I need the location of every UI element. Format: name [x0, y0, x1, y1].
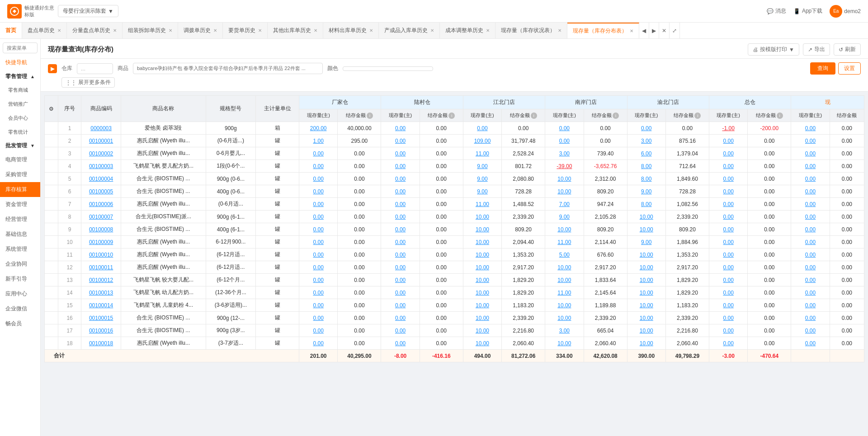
- table-cell[interactable]: 200.00: [299, 122, 338, 135]
- table-cell[interactable]: 10.00: [463, 299, 501, 312]
- sidebar-item-enterprise-wechat[interactable]: 企业微信: [0, 301, 40, 316]
- sidebar-item-operations[interactable]: 经营管理: [0, 212, 40, 227]
- table-cell[interactable]: 00100014: [81, 299, 121, 312]
- tab-partial-inventory-history[interactable]: 分量盘点单历史 ✕: [67, 23, 123, 38]
- tab-close-icon[interactable]: ✕: [213, 28, 217, 33]
- table-cell[interactable]: 0.00: [709, 274, 748, 286]
- table-cell[interactable]: 10.00: [545, 173, 584, 185]
- more-conditions-btn[interactable]: ⋮⋮ 展开更多条件: [61, 77, 115, 88]
- table-cell[interactable]: 0.00: [709, 337, 748, 350]
- table-cell[interactable]: 0.00: [299, 299, 338, 312]
- table-cell[interactable]: 00100016: [81, 324, 121, 337]
- user-avatar-area[interactable]: Ea demo2: [830, 5, 861, 18]
- table-cell[interactable]: 8.00: [627, 160, 665, 173]
- tab-close-icon[interactable]: ✕: [430, 28, 434, 33]
- tab-cost-adjustment-history[interactable]: 成本调整单历史 ✕: [440, 23, 495, 38]
- tab-transfer-history[interactable]: 调拨单历史 ✕: [178, 23, 223, 38]
- tab-other-outbound-history[interactable]: 其他出库单历史 ✕: [268, 23, 323, 38]
- tab-assembly-history[interactable]: 组装拆卸单历史 ✕: [123, 23, 178, 38]
- table-cell[interactable]: 0.00: [299, 312, 338, 324]
- table-cell[interactable]: 10.00: [627, 211, 665, 223]
- table-cell[interactable]: 109.00: [463, 135, 501, 147]
- table-cell[interactable]: 9.00: [463, 185, 501, 198]
- table-cell[interactable]: 10.00: [627, 248, 665, 261]
- sidebar-item-wholesale-mgmt[interactable]: 批发管理 ▼: [0, 139, 40, 152]
- table-cell[interactable]: 0.00: [381, 236, 420, 248]
- table-cell[interactable]: 0.00: [381, 173, 420, 185]
- table-cell[interactable]: 10.00: [627, 274, 665, 286]
- table-cell[interactable]: 0.00: [709, 312, 748, 324]
- table-cell[interactable]: 0.00: [709, 147, 748, 160]
- table-cell[interactable]: 0000003: [81, 122, 121, 135]
- table-cell[interactable]: 9.00: [463, 160, 501, 173]
- tab-material-outbound-history[interactable]: 材料出库单历史 ✕: [323, 23, 379, 38]
- table-cell[interactable]: 00100013: [81, 286, 121, 299]
- table-cell[interactable]: 10.00: [627, 312, 665, 324]
- table-cell[interactable]: 0.00: [299, 324, 338, 337]
- table-cell[interactable]: 6.00: [627, 147, 665, 160]
- sidebar-item-members[interactable]: 会员中心: [0, 111, 40, 125]
- table-cell[interactable]: 10.00: [545, 223, 584, 236]
- table-cell[interactable]: 00100006: [81, 198, 121, 211]
- table-cell[interactable]: 0.00: [709, 236, 748, 248]
- table-cell[interactable]: 0.00: [709, 173, 748, 185]
- table-cell[interactable]: 00100018: [81, 337, 121, 350]
- sidebar-item-inventory[interactable]: 库存核算: [0, 182, 40, 197]
- sidebar-search-input[interactable]: [3, 42, 38, 53]
- sidebar-item-enterprise[interactable]: 企业协同: [0, 257, 40, 272]
- table-cell[interactable]: 0.00: [381, 211, 420, 223]
- tab-stock-distribution[interactable]: 现存量（库存分布表） ✕: [567, 23, 639, 38]
- table-cell[interactable]: 10.00: [463, 337, 501, 350]
- table-cell[interactable]: 10.00: [463, 312, 501, 324]
- table-cell[interactable]: 0.00: [381, 312, 420, 324]
- table-cell[interactable]: 0.00: [381, 286, 420, 299]
- table-cell[interactable]: 00100002: [81, 147, 121, 160]
- expand-filter-btn[interactable]: ▶: [48, 64, 57, 73]
- tab-close-icon[interactable]: ✕: [369, 28, 373, 33]
- table-cell[interactable]: 0.00: [299, 211, 338, 223]
- tab-close-icon[interactable]: ✕: [630, 28, 633, 33]
- table-cell[interactable]: 10.00: [463, 274, 501, 286]
- tab-close-icon[interactable]: ✕: [258, 28, 262, 33]
- table-cell[interactable]: 0.00: [709, 211, 748, 223]
- query-button[interactable]: 查询: [810, 62, 835, 75]
- table-cell[interactable]: 10.00: [545, 261, 584, 274]
- table-cell[interactable]: 0.00: [381, 299, 420, 312]
- table-cell[interactable]: 10.00: [545, 299, 584, 312]
- table-cell[interactable]: 10.00: [545, 185, 584, 198]
- table-cell[interactable]: 0.00: [299, 236, 338, 248]
- table-cell[interactable]: 0.00: [299, 248, 338, 261]
- quick-nav-btn[interactable]: 快捷导航: [0, 57, 40, 68]
- table-cell[interactable]: 0.00: [381, 122, 420, 135]
- table-cell[interactable]: 10.00: [627, 223, 665, 236]
- table-cell[interactable]: 00100009: [81, 236, 121, 248]
- table-cell[interactable]: 10.00: [463, 324, 501, 337]
- message-btn[interactable]: 💬 消息: [767, 7, 786, 15]
- table-cell[interactable]: 3.00: [627, 135, 665, 147]
- tab-requisition-history[interactable]: 要货单历史 ✕: [223, 23, 268, 38]
- table-cell[interactable]: 10.00: [463, 236, 501, 248]
- table-cell[interactable]: 9.00: [463, 173, 501, 185]
- table-cell[interactable]: 0.00: [463, 122, 501, 135]
- sidebar-item-finance[interactable]: 资金管理: [0, 197, 40, 212]
- table-cell[interactable]: 11.00: [545, 286, 584, 299]
- table-cell[interactable]: -1.00: [709, 122, 748, 135]
- table-cell[interactable]: 0.00: [709, 299, 748, 312]
- sidebar-item-system[interactable]: 系统管理: [0, 242, 40, 257]
- table-cell[interactable]: 00100008: [81, 223, 121, 236]
- table-cell[interactable]: 0.00: [299, 261, 338, 274]
- table-cell[interactable]: 8.00: [627, 173, 665, 185]
- table-cell[interactable]: 10.00: [545, 274, 584, 286]
- table-cell[interactable]: 0.00: [381, 185, 420, 198]
- table-cell[interactable]: 0.00: [381, 198, 420, 211]
- table-cell[interactable]: 00100012: [81, 274, 121, 286]
- tab-close-icon[interactable]: ✕: [169, 28, 172, 33]
- sidebar-item-retail-mgmt[interactable]: 零售管理 ▲: [0, 70, 40, 83]
- sidebar-item-basics[interactable]: 基础信息: [0, 227, 40, 242]
- table-cell[interactable]: 10.00: [627, 261, 665, 274]
- table-cell[interactable]: 10.00: [463, 211, 501, 223]
- table-cell[interactable]: 0.00: [627, 122, 665, 135]
- table-cell[interactable]: 9.00: [627, 236, 665, 248]
- sidebar-item-retail-shop[interactable]: 零售商城: [0, 83, 40, 97]
- table-cell[interactable]: 0.00: [299, 160, 338, 173]
